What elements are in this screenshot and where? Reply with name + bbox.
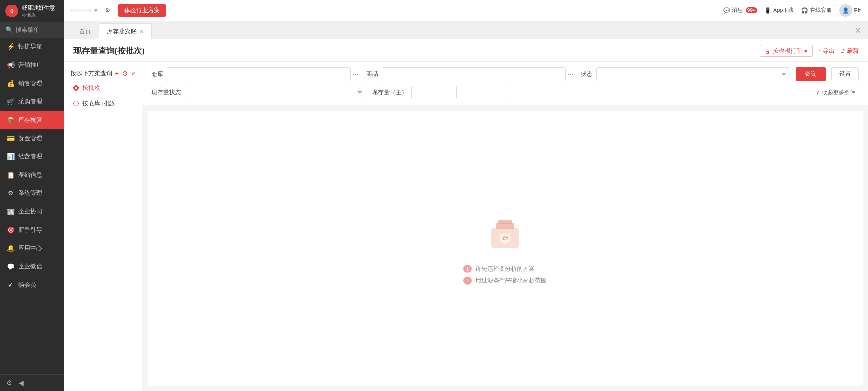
sidebar-item-purchase[interactable]: 🛒 采购管理 — [0, 92, 64, 111]
filter-settings-btn[interactable]: 设置 — [831, 67, 859, 81]
sidebar-item-enterprise[interactable]: 🏢 企业协同 — [0, 202, 64, 221]
messages-btn[interactable]: 💬 消息 99+ — [723, 6, 757, 14]
query-btn[interactable]: 查询 — [796, 67, 826, 81]
inventory-icon: 📦 — [6, 116, 15, 124]
sidebar-item-inventory[interactable]: 📦 库存核算 — [0, 111, 64, 129]
purchase-icon: 🛒 — [6, 98, 15, 106]
page-content: 现存量查询(按批次) 🖨 按模板打印 ▾ ↑ 导出 ↺ 刷新 — [64, 39, 868, 391]
stock-status-field: 现存量状态 — [151, 86, 366, 99]
sidebar-item-label-purchase: 采购管理 — [18, 98, 42, 106]
filter-panel-header: 按以下方案查询 + ⊙ « — [64, 66, 142, 80]
user-profile-btn[interactable]: 👤 Rit — [839, 4, 861, 17]
stock-qty-field: 现存量（主） — — [372, 86, 587, 99]
headset-icon: 🎧 — [801, 7, 808, 14]
print-icon: 🖨 — [765, 48, 771, 54]
refresh-icon: ↺ — [840, 48, 845, 54]
wechat-icon: 💬 — [6, 262, 15, 271]
online-service-btn[interactable]: 🎧 在线客服 — [801, 6, 832, 14]
filter-row-1: 仓库 ··· 商品 ··· 状态 — [151, 67, 859, 81]
message-icon: 💬 — [723, 7, 730, 14]
sidebar-item-label-sales: 销售管理 — [18, 79, 42, 87]
sidebar-item-member[interactable]: ✔ 畅会员 — [0, 276, 64, 294]
export-btn[interactable]: ↑ 导出 — [818, 47, 835, 55]
product-field: 商品 ··· — [366, 67, 576, 81]
sidebar-item-label-newbie: 新手引导 — [18, 226, 42, 234]
status-label: 状态 — [581, 70, 593, 78]
product-input[interactable] — [382, 67, 566, 81]
body-area: 按以下方案查询 + ⊙ « 按批次 按仓库+批次 — [64, 62, 868, 391]
sidebar-item-label-member: 畅会员 — [18, 281, 36, 289]
operations-icon: 📊 — [6, 152, 15, 161]
warehouse-more-btn[interactable]: ··· — [351, 70, 360, 78]
sidebar-item-apps[interactable]: 🔔 应用中心 — [0, 239, 64, 257]
svg-text:🗂: 🗂 — [502, 234, 509, 242]
filter-settings-btn[interactable]: ⊙ — [122, 70, 128, 77]
basics-icon: 📋 — [6, 171, 15, 179]
sidebar-header: 6 畅康通好生意 标准版 — [0, 0, 64, 22]
sidebar-search[interactable]: 🔍 搜索菜单 — [0, 22, 64, 38]
user-avatar: 👤 — [839, 4, 852, 17]
filter-add-btn[interactable]: + — [115, 70, 119, 77]
sidebar-item-wechat[interactable]: 💬 企业微信 — [0, 257, 64, 276]
sidebar-nav: ⚡ 快捷导航 📢 营销推广 💰 销售管理 🛒 采购管理 📦 库存核算 💳 资金管… — [0, 38, 64, 374]
message-badge: 99+ — [746, 7, 757, 13]
tip-number: 1 — [463, 265, 472, 273]
filter-item-by-batch[interactable]: 按批次 — [64, 80, 142, 96]
filter-collapse-btn[interactable]: « — [132, 70, 135, 77]
tip-text: 用过滤条件来缩小分析范围 — [475, 277, 547, 285]
stock-status-select[interactable] — [185, 86, 366, 99]
product-more-btn[interactable]: ··· — [566, 70, 575, 78]
app-logo: 6 — [5, 5, 18, 17]
app-download-btn[interactable]: 📱 App下载 — [764, 6, 794, 14]
tab-home[interactable]: 首页 — [71, 23, 99, 39]
stock-qty-min-input[interactable] — [411, 86, 457, 99]
sidebar: 6 畅康通好生意 标准版 🔍 搜索菜单 ⚡ 快捷导航 📢 营销推广 💰 销售管理… — [0, 0, 64, 391]
sidebar-item-quick-nav[interactable]: ⚡ 快捷导航 — [0, 38, 64, 56]
sales-icon: 💰 — [6, 79, 15, 87]
stock-qty-max-input[interactable] — [467, 86, 512, 99]
stock-qty-dash: — — [459, 89, 465, 96]
close-all-tabs-btn[interactable]: ✕ — [855, 26, 861, 34]
sidebar-item-marketing[interactable]: 📢 营销推广 — [0, 56, 64, 74]
page-header: 现存量查询(按批次) 🖨 按模板打印 ▾ ↑ 导出 ↺ 刷新 — [64, 39, 868, 62]
filter-panel-icons: + ⊙ « — [115, 70, 135, 77]
sidebar-item-basics[interactable]: 📋 基础信息 — [0, 166, 64, 184]
refresh-btn[interactable]: ↺ 刷新 — [840, 47, 859, 55]
tab-close-btn[interactable]: ✕ — [139, 29, 144, 34]
search-icon: 🔍 — [5, 26, 13, 33]
collapse-sidebar-icon[interactable]: ◀ — [19, 379, 24, 386]
sidebar-item-label-quick-nav: 快捷导航 — [18, 43, 42, 51]
status-field: 状态 — [581, 67, 790, 81]
sidebar-item-newbie[interactable]: 🎯 新手引导 — [0, 221, 64, 239]
member-icon: ✔ — [6, 281, 15, 289]
topbar: ▾ ⚙ 体验行业方案 💬 消息 99+ 📱 App下载 🎧 在线客服 👤 — [64, 0, 868, 21]
sidebar-item-label-marketing: 营销推广 — [18, 61, 42, 69]
topbar-breadcrumb — [71, 9, 91, 12]
sidebar-item-system[interactable]: ⚙ 系统管理 — [0, 184, 64, 202]
tab-inventory-batch[interactable]: 库存批次账 ✕ — [99, 23, 152, 39]
sidebar-item-sales[interactable]: 💰 销售管理 — [0, 74, 64, 92]
filter-item-by-warehouse-batch[interactable]: 按仓库+批次 — [64, 96, 142, 111]
sidebar-item-operations[interactable]: 📊 经营管理 — [0, 147, 64, 166]
sidebar-item-label-wechat: 企业微信 — [18, 262, 42, 271]
collapse-icon: ∧ — [816, 89, 820, 96]
print-dropdown-icon[interactable]: ▾ — [804, 48, 808, 54]
sidebar-item-label-basics: 基础信息 — [18, 171, 42, 179]
print-btn[interactable]: 🖨 按模板打印 ▾ — [760, 45, 813, 57]
topbar-dropdown-icon[interactable]: ▾ — [94, 7, 98, 14]
content-area: 仓库 ··· 商品 ··· 状态 — [142, 62, 868, 391]
topbar-settings-btn[interactable]: ⚙ — [101, 4, 114, 17]
newbie-icon: 🎯 — [6, 226, 15, 234]
warehouse-input[interactable] — [167, 67, 351, 81]
status-select[interactable] — [596, 67, 790, 81]
gear-icon: ⚙ — [105, 7, 110, 14]
stock-qty-label: 现存量（主） — [372, 88, 407, 97]
page-header-actions: 🖨 按模板打印 ▾ ↑ 导出 ↺ 刷新 — [760, 45, 859, 57]
sidebar-item-finance[interactable]: 💳 资金管理 — [0, 129, 64, 147]
collapse-btn[interactable]: ∧ 收起更多条件 — [813, 87, 859, 98]
settings-icon[interactable]: ⚙ — [6, 379, 12, 386]
sidebar-item-label-apps: 应用中心 — [18, 244, 42, 252]
stock-status-label: 现存量状态 — [151, 88, 181, 97]
experience-btn[interactable]: 体验行业方案 — [118, 4, 166, 17]
filter-item-dot2 — [73, 101, 79, 106]
